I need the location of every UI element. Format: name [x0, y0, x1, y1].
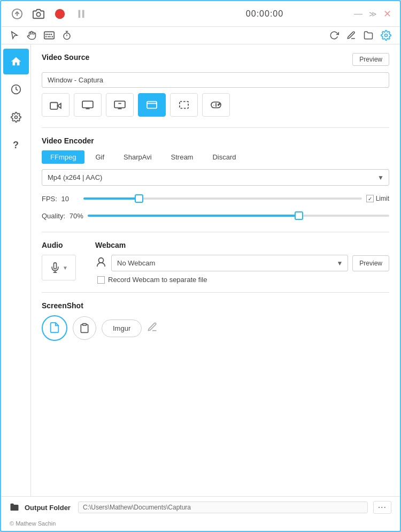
main-area: ? Video Source Preview — [1, 44, 400, 496]
keyboard-tool-icon[interactable] — [44, 31, 55, 40]
audio-button[interactable]: ▼ — [42, 255, 76, 280]
source-input[interactable] — [42, 72, 389, 88]
svg-rect-22 — [82, 101, 93, 108]
click-tool-icon[interactable] — [27, 31, 36, 40]
audio-section: Audio ▼ — [42, 241, 84, 284]
encoder-select-wrap: Mp4 (x264 | AAC) Mp4 (x264 | MP3) Avi Mk… — [42, 169, 389, 186]
roll-button[interactable]: ≫ — [369, 10, 377, 18]
audio-dropdown-arrow: ▼ — [63, 265, 68, 271]
source-window-btn[interactable] — [138, 93, 166, 117]
screenshot-title: ScreenShot — [42, 301, 389, 310]
svg-point-20 — [14, 116, 17, 119]
toolbar-right — [329, 30, 391, 41]
screenshot-section: ScreenShot Imgur — [42, 301, 389, 341]
encoder-tab-discard[interactable]: Discard — [204, 150, 244, 164]
timer-tool-icon[interactable] — [62, 31, 72, 40]
video-source-section: Video Source Preview — [42, 53, 389, 117]
app-window: 00:00:00 — ≫ ✕ — [0, 0, 401, 532]
draw-icon[interactable] — [346, 31, 356, 40]
fps-slider-row: FPS: 10 ✓ Limit — [42, 193, 389, 204]
quality-slider[interactable] — [88, 210, 389, 221]
folder-icon[interactable] — [364, 31, 373, 40]
svg-point-34 — [219, 103, 220, 104]
webcam-title: Webcam — [95, 241, 389, 249]
webcam-separate-checkbox[interactable] — [97, 276, 105, 284]
content-area: Video Source Preview — [31, 44, 400, 496]
webcam-section: Webcam No Webcam ▼ — [95, 241, 389, 284]
video-encoder-section: Video Encoder FFmpeg Gif SharpAvi Stream… — [42, 136, 389, 221]
sidebar-item-help[interactable]: ? — [3, 132, 29, 158]
source-screen-btn[interactable] — [74, 93, 102, 117]
video-source-title: Video Source — [42, 53, 89, 62]
encoder-tab-sharpavi[interactable]: SharpAvi — [115, 150, 160, 164]
source-region-btn[interactable] — [170, 93, 198, 117]
pause-button[interactable] — [74, 6, 89, 21]
screenshot-file-btn[interactable] — [42, 315, 67, 341]
video-preview-button[interactable]: Preview — [352, 53, 389, 66]
audio-webcam-row: Audio ▼ Webcam — [42, 241, 389, 284]
video-encoder-title: Video Encoder — [42, 136, 389, 145]
upload-icon[interactable] — [10, 6, 25, 21]
svg-rect-25 — [114, 101, 125, 108]
svg-rect-31 — [180, 102, 188, 109]
fps-limit-group: ✓ Limit — [366, 195, 389, 202]
timer-display: 00:00:00 — [182, 9, 348, 19]
screenshot-edit-icon[interactable] — [147, 322, 158, 335]
encoder-select[interactable]: Mp4 (x264 | AAC) Mp4 (x264 | MP3) Avi Mk… — [42, 169, 389, 186]
divider-3 — [42, 292, 389, 293]
record-button[interactable] — [52, 6, 67, 21]
fps-limit-checkbox[interactable]: ✓ — [366, 195, 374, 202]
toolbar-left — [10, 31, 321, 40]
encoder-tab-gif[interactable]: Gif — [87, 150, 113, 164]
title-bar-left — [10, 6, 175, 21]
fps-slider[interactable] — [83, 193, 362, 204]
webcam-select[interactable]: No Webcam — [111, 255, 348, 271]
svg-rect-4 — [79, 10, 81, 18]
svg-rect-21 — [50, 103, 58, 110]
fps-limit-label: Limit — [376, 195, 389, 202]
cursor-tool-icon[interactable] — [10, 31, 19, 40]
svg-rect-5 — [82, 10, 84, 18]
source-gamepad-btn[interactable] — [202, 93, 230, 117]
footer-path: C:\Users\Mathew\Documents\Captura — [78, 501, 368, 513]
sidebar-item-settings[interactable] — [3, 104, 29, 130]
footer-folder-icon — [10, 502, 19, 513]
webcam-preview-button[interactable]: Preview — [352, 255, 389, 271]
screenshot-imgur-btn[interactable]: Imgur — [102, 320, 142, 337]
webcam-row: No Webcam ▼ Preview — [95, 255, 389, 271]
svg-rect-38 — [83, 324, 87, 325]
close-button[interactable]: ✕ — [383, 8, 391, 20]
fps-label: FPS: 10 — [42, 195, 79, 203]
svg-rect-29 — [147, 102, 157, 109]
svg-point-18 — [385, 34, 388, 37]
sidebar-item-home[interactable] — [3, 49, 29, 74]
svg-point-37 — [98, 258, 103, 263]
toolbar — [1, 27, 400, 44]
quality-label: Quality: 70% — [42, 212, 83, 220]
screenshot-clipboard-btn[interactable] — [73, 316, 96, 340]
svg-point-3 — [55, 9, 65, 18]
sidebar: ? — [1, 44, 31, 496]
source-mode-icons — [42, 93, 389, 117]
refresh-icon[interactable] — [329, 31, 339, 40]
divider-1 — [42, 127, 389, 128]
webcam-separate-label: Record Webcam to separate file — [108, 276, 207, 284]
sidebar-item-history[interactable] — [3, 77, 29, 102]
divider-2 — [42, 232, 389, 232]
source-screen2-btn[interactable] — [106, 93, 134, 117]
svg-point-2 — [36, 12, 40, 16]
quality-slider-row: Quality: 70% — [42, 210, 389, 221]
webcam-separate-file-row: Record Webcam to separate file — [97, 276, 389, 284]
footer: Output Folder C:\Users\Mathew\Documents\… — [1, 496, 400, 518]
encoder-tab-ffmpeg[interactable]: FFmpeg — [42, 150, 84, 164]
source-camera-btn[interactable] — [42, 93, 70, 117]
webcam-icon — [95, 256, 107, 270]
encoder-tab-stream[interactable]: Stream — [163, 150, 202, 164]
footer-more-button[interactable]: ··· — [373, 501, 391, 514]
minimize-button[interactable]: — — [354, 9, 363, 19]
encoder-tabs: FFmpeg Gif SharpAvi Stream Discard — [42, 150, 389, 164]
copyright: © Mathew Sachin — [1, 518, 400, 531]
screenshot-icon[interactable] — [31, 6, 46, 21]
settings-icon[interactable] — [381, 30, 391, 41]
webcam-select-wrap: No Webcam ▼ — [111, 255, 348, 271]
